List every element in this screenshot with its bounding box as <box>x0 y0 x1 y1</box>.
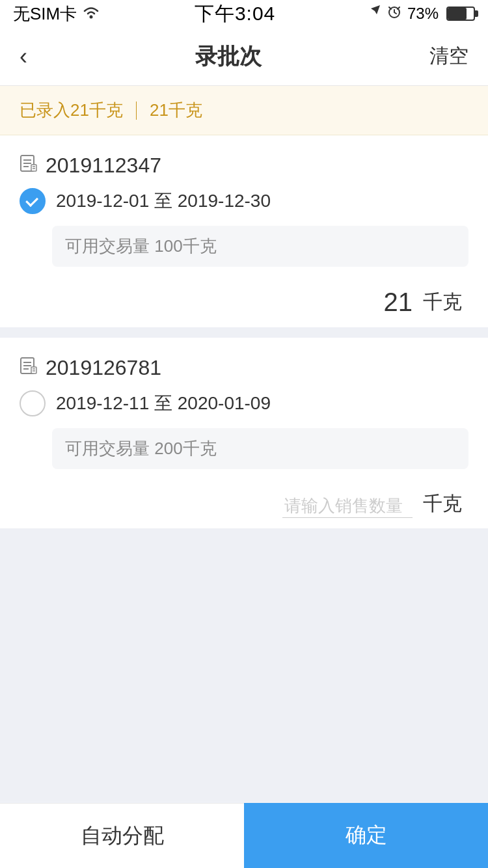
batch-doc-icon-2 <box>20 357 38 379</box>
batch-doc-icon-1 <box>20 154 38 177</box>
amount-input-2[interactable] <box>282 490 413 518</box>
batch-date-row-1[interactable]: 2019-12-01 至 2019-12-30 <box>0 184 488 221</box>
batch-card-1: 2019112347 2019-12-01 至 2019-12-30 可用交易量… <box>0 135 488 327</box>
nav-bar: ‹ 录批次 清空 <box>0 27 488 86</box>
svg-rect-6 <box>31 165 36 171</box>
amount-row-1: 21 千克 <box>0 275 488 327</box>
batch-id-2: 2019126781 <box>46 356 161 380</box>
time-display: 下午3:04 <box>195 1 275 27</box>
wifi-icon <box>82 4 100 24</box>
back-button[interactable]: ‹ <box>20 43 27 70</box>
location-icon <box>370 5 381 23</box>
status-left: 无SIM卡 <box>13 3 100 25</box>
batch-card-2: 2019126781 2019-12-11 至 2020-01-09 可用交易量… <box>0 338 488 528</box>
batch-id-1: 2019112347 <box>46 154 161 178</box>
summary-value: 21千克 <box>150 99 202 122</box>
battery-percent: 73% <box>407 5 439 23</box>
status-bar: 无SIM卡 下午3:04 73% <box>0 0 488 27</box>
batch-volume-2: 可用交易量 200千克 <box>52 428 468 469</box>
amount-unit-1: 千克 <box>423 289 462 316</box>
amount-unit-2: 千克 <box>423 491 462 517</box>
amount-value-1: 21 <box>384 288 413 317</box>
amount-row-2[interactable]: 千克 <box>0 477 488 528</box>
footer: 自动分配 确定 <box>0 803 488 868</box>
battery-icon <box>446 7 475 21</box>
auto-distribute-label: 自动分配 <box>81 822 164 850</box>
batch-volume-1: 可用交易量 100千克 <box>52 226 468 267</box>
svg-point-0 <box>90 15 93 18</box>
batch-date-1: 2019-12-01 至 2019-12-30 <box>56 189 271 213</box>
alarm-icon <box>386 4 402 23</box>
status-right: 73% <box>370 4 475 23</box>
carrier-text: 无SIM卡 <box>13 3 77 25</box>
clear-button[interactable]: 清空 <box>429 43 468 70</box>
batch-volume-text-1: 可用交易量 100千克 <box>65 236 217 256</box>
batch-header-1: 2019112347 <box>0 135 488 184</box>
bottom-area <box>0 528 488 802</box>
summary-label: 已录入21千克 <box>20 99 123 122</box>
summary-divider <box>136 102 137 120</box>
batch-radio-2[interactable] <box>20 390 46 416</box>
batch-volume-text-2: 可用交易量 200千克 <box>65 439 217 458</box>
batch-date-row-2[interactable]: 2019-12-11 至 2020-01-09 <box>0 387 488 423</box>
page-title: 录批次 <box>195 42 262 72</box>
batch-header-2: 2019126781 <box>0 338 488 387</box>
summary-banner: 已录入21千克 21千克 <box>0 86 488 135</box>
card-divider <box>0 327 488 338</box>
confirm-label: 确定 <box>346 821 387 850</box>
batch-radio-1[interactable] <box>20 188 46 214</box>
batch-date-2: 2019-12-11 至 2020-01-09 <box>56 391 271 416</box>
confirm-button[interactable]: 确定 <box>244 803 488 868</box>
svg-rect-13 <box>31 367 36 373</box>
auto-distribute-button[interactable]: 自动分配 <box>0 803 244 868</box>
